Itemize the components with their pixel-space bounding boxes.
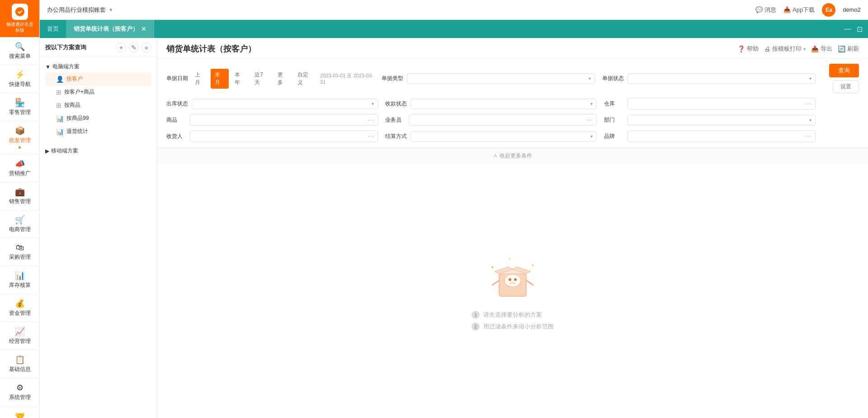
mobile-arrow-icon: ▶ [45,148,49,154]
tab-sales-stat[interactable]: 销货单统计表（按客户） ✕ [66,20,154,38]
schema-by-customer-label: 按客户 [66,75,83,83]
collapse-filter-btn[interactable]: ∧ 收起更多条件 [157,148,868,163]
schema-collapse-btn[interactable]: « [142,43,151,52]
query-button[interactable]: 查询 [829,64,859,77]
template-print-btn[interactable]: 🖨 按模板打印 ▾ [764,45,806,53]
date-range-text: 2023-03-01 至 2023-03-31 [320,72,374,85]
salesperson-field: 业务员 ··· [385,114,597,126]
industry-dropdown-icon[interactable]: ▾ [109,6,113,13]
topbar-left: 办公用品行业模拟账套 ▾ [47,6,113,14]
app-subtitle: 标版 [15,27,24,33]
tip-text-2: 用过滤条件来缩小分析范围 [483,323,554,331]
schema-item-return-stat[interactable]: 📊 退货统计 [45,125,151,138]
svg-point-3 [514,278,517,281]
warehouse-input[interactable]: ··· [627,98,816,109]
logo-icon [12,4,28,20]
warehouse-label: 仓库 [604,100,624,108]
sidebar-item-retail[interactable]: 🏪 零售管理 [0,93,39,121]
page-title: 销货单统计表（按客户） [166,43,256,54]
sidebar-item-ecommerce[interactable]: 🛒 电商管理 [0,210,39,238]
search-icon: 🔍 [15,42,25,52]
receiver-input[interactable]: ··· [190,130,378,142]
sidebar-item-wholesale[interactable]: 📦 批发管理 ▲ [0,121,39,154]
sidebar-item-sales[interactable]: 💼 销售管理 [0,182,39,210]
product-field: 商品 ··· [166,114,378,126]
brand-input[interactable]: ··· [627,130,816,142]
sidebar-item-purchase[interactable]: 🛍 采购管理 [0,238,39,266]
date-filter: 上月 本月 本年 近7天 更多 自定义 2023-03-01 至 2023-03… [191,69,374,89]
customer-icon: 👤 [56,76,64,83]
schema-item-by-product-99[interactable]: 📊 按商品99 [45,112,151,125]
help-btn[interactable]: ❓ 帮助 [737,45,759,53]
schema-add-btn[interactable]: + [116,43,126,52]
table-icon-1: ⊞ [56,89,61,96]
date-field: 单据日期 上月 本月 本年 近7天 更多 自定义 2023-03-01 至 20… [166,69,374,89]
refresh-btn[interactable]: 🔄 刷新 [838,45,859,53]
sidebar-item-inventory[interactable]: 📊 库存核算 [0,266,39,294]
collect-status-input[interactable]: ▾ [410,99,597,109]
product-input[interactable]: ··· [190,114,378,126]
schema-edit-btn[interactable]: ✎ [129,43,139,52]
date-btn-last-7[interactable]: 近7天 [250,69,271,89]
print-dropdown-icon: ▾ [803,47,806,52]
mobile-group-toggle[interactable]: ▶ 移动端方案 [45,145,151,157]
message-btn[interactable]: 💬 消息 [755,6,776,14]
doc-status-input[interactable]: ▾ [627,73,816,84]
sidebar-item-search-menu[interactable]: 🔍 搜索菜单 [0,37,39,65]
tab-minimize-icon[interactable]: — [844,25,851,33]
department-input[interactable]: ▾ [627,115,816,125]
tabbar-actions: — ⊡ [839,20,868,38]
sidebar-item-system[interactable]: ⚙ 系统管理 [0,378,39,406]
date-btn-last-month[interactable]: 上月 [191,69,209,89]
schema-item-by-product[interactable]: ⊞ 按商品 [45,99,151,112]
left-panel-title: 按以下方案查询 [45,43,86,52]
out-status-input[interactable]: ▾ [192,99,378,109]
doc-type-input[interactable]: ▾ [407,73,595,84]
print-icon: 🖨 [764,45,770,52]
sidebar-item-marketing[interactable]: 📣 营销推广 [0,154,39,182]
export-icon: 📤 [811,45,819,52]
user-avatar[interactable]: Ea [822,3,835,17]
out-status-arrow-icon: ▾ [372,101,374,106]
tip-num-1: 1 [472,311,480,319]
salesperson-input[interactable]: ··· [409,114,597,126]
message-icon: 💬 [755,6,763,13]
quick-nav-icon: ⚡ [15,70,25,80]
refresh-label: 刷新 [847,45,859,53]
settings-button[interactable]: 设置 [833,80,859,93]
operations-icon: 📈 [15,327,25,337]
filter-row-2: 出库状态 ▾ 收款状态 ▾ 仓库 [166,98,859,109]
collapse-icon: « [145,44,148,51]
marketing-icon: 📣 [15,159,25,169]
help-label: 帮助 [747,45,759,53]
table-icon-2: ⊞ [56,102,61,109]
tabbar: 首页 销货单统计表（按客户） ✕ — ⊡ [40,20,868,38]
message-label: 消息 [764,6,776,14]
tab-maximize-icon[interactable]: ⊡ [857,25,863,33]
sidebar-item-operations[interactable]: 📈 经营管理 [0,322,39,350]
date-btn-more[interactable]: 更多 [274,69,292,89]
tab-home[interactable]: 首页 [40,20,66,38]
app-download-btn[interactable]: 📥 App下载 [783,6,815,14]
desktop-group-toggle[interactable]: ▼ 电脑端方案 [45,61,151,72]
date-btn-custom[interactable]: 自定义 [293,69,316,89]
sidebar-item-quick-nav[interactable]: ⚡ 快捷导航 [0,65,39,93]
date-btn-this-year[interactable]: 本年 [231,69,249,89]
schema-item-by-customer[interactable]: 👤 按客户 [45,72,151,86]
sidebar-item-enterprise[interactable]: 🤝 企业协同 [0,406,39,418]
export-btn[interactable]: 📤 导出 [811,45,832,53]
collect-status-field: 收款状态 ▾ [385,99,597,109]
date-btn-this-month[interactable]: 本月 [211,69,229,89]
schema-item-by-customer-product[interactable]: ⊞ 按客户+商品 [45,86,151,99]
date-label: 单据日期 [166,75,187,82]
main-area: 办公用品行业模拟账套 ▾ 💬 消息 📥 App下载 Ea demo2 首页 销货… [40,0,868,418]
sidebar-item-basic-info[interactable]: 📋 基础信息 [0,350,39,378]
retail-icon: 🏪 [15,98,25,108]
mobile-schema-group: ▶ 移动端方案 [40,142,157,160]
wholesale-icon: 📦 [15,126,25,136]
left-panel-actions: + ✎ « [116,43,151,52]
settlement-input[interactable]: ▾ [410,131,597,142]
sidebar-item-finance[interactable]: 💰 资金管理 [0,294,39,322]
tab-close-icon[interactable]: ✕ [141,25,146,33]
department-arrow-icon: ▾ [809,118,811,123]
